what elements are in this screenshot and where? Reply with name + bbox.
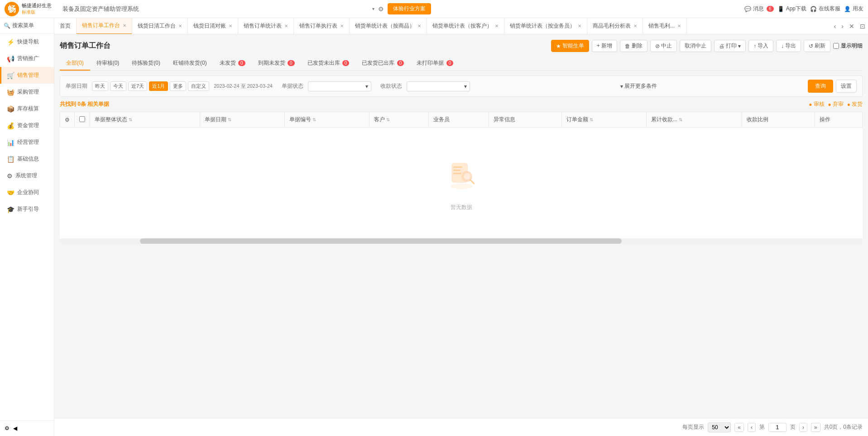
sidebar-item-inventory[interactable]: 📦 库存核算 (0, 100, 54, 117)
stop-btn[interactable]: ⊘ 中止 (650, 40, 677, 52)
tab-order-exec-close[interactable]: ✕ (340, 24, 344, 28)
tab-sales-product[interactable]: 销货单统计表（按商品） ✕ (350, 18, 427, 34)
show-detail-checkbox[interactable] (833, 43, 839, 49)
date-btn-7days[interactable]: 近7天 (128, 81, 147, 91)
date-btn-1month[interactable]: 近1月 (149, 81, 168, 91)
sidebar-item-purchase[interactable]: 🧺 采购管理 (0, 84, 54, 100)
col-checkbox[interactable] (75, 112, 90, 128)
last-page-btn[interactable]: » (811, 423, 820, 432)
online-service-btn[interactable]: 🎧 在线客服 (810, 5, 840, 13)
filter-tab-delivered-no-out[interactable]: 已发货未出库 0 (301, 57, 356, 71)
sidebar-item-system[interactable]: ⚙ 系统管理 (0, 167, 54, 184)
status-select[interactable]: ▾ (308, 81, 371, 91)
filter-tab-delivered-out[interactable]: 已发货已出库 0 (355, 57, 410, 71)
tab-order-stats[interactable]: 销售订单统计表 ✕ (238, 18, 294, 34)
tab-daily-clear-close[interactable]: ✕ (178, 24, 182, 28)
industry-btn[interactable]: 体验行业方案 (388, 3, 431, 14)
tab-sales-customer-close[interactable]: ✕ (495, 24, 499, 28)
tab-nav-next[interactable]: › (839, 18, 846, 34)
system-dropdown-arrow[interactable]: ▾ (372, 6, 374, 11)
tab-reconcile[interactable]: 钱货日清对账 ✕ (188, 18, 238, 34)
filter-tab-unprinted[interactable]: 未打印单据 0 (410, 57, 460, 71)
tab-sales-product-close[interactable]: ✕ (417, 24, 421, 28)
app-download-btn[interactable]: 📱 App下载 (777, 5, 806, 13)
set-btn[interactable]: 设置 (836, 80, 857, 93)
tab-daily-clear[interactable]: 钱货日清工作台 ✕ (132, 18, 188, 34)
sidebar-search[interactable]: 🔍 搜索菜单 (0, 18, 54, 33)
filter-tab-undelivered[interactable]: 未发货 0 (213, 57, 252, 71)
deliver-btn[interactable]: ● 发货 (847, 100, 863, 108)
page-number-input[interactable] (768, 423, 786, 432)
sidebar-item-operation[interactable]: 📊 经营管理 (0, 134, 54, 151)
col-status[interactable]: 单据整体状态 ⇅ (90, 112, 200, 128)
filter-tab-overdue[interactable]: 到期未发货 0 (252, 57, 301, 71)
sidebar-item-basic-info[interactable]: 📋 基础信息 (0, 151, 54, 167)
review-btn[interactable]: ● 审核 (809, 100, 824, 108)
msg-btn[interactable]: 💬 消息 6 (744, 5, 774, 13)
tab-expand[interactable]: ⊡ (857, 18, 868, 34)
tab-reconcile-close[interactable]: ✕ (229, 24, 232, 28)
gear-icon[interactable]: ⚙ (378, 5, 384, 13)
filter-tab-pending-review[interactable]: 待审核(0) (90, 57, 126, 71)
expand-icon: ▾ (620, 83, 623, 90)
col-number[interactable]: 单据编号 ⇅ (284, 112, 369, 128)
date-btn-yesterday[interactable]: 昨天 (92, 81, 108, 91)
import-btn[interactable]: ↑ 导入 (748, 40, 773, 52)
tab-sales-gross-close[interactable]: ✕ (677, 24, 681, 28)
print-btn[interactable]: 🖨 打印 ▾ (714, 40, 746, 52)
add-btn[interactable]: + 新增 (592, 40, 617, 52)
col-date[interactable]: 单据日期 ⇅ (200, 112, 285, 128)
tab-gross-profit-close[interactable]: ✕ (633, 24, 637, 28)
tab-nav-prev[interactable]: ‹ (831, 18, 839, 34)
horizontal-scrollbar[interactable] (60, 238, 863, 244)
date-btn-today[interactable]: 今天 (110, 81, 126, 91)
sidebar-item-new-guide[interactable]: 🎓 新手引导 (0, 201, 54, 218)
col-staff[interactable]: 业务员 (428, 112, 489, 128)
query-btn[interactable]: 查询 (808, 80, 833, 93)
cancel-stop-btn[interactable]: 取消中止 (680, 40, 711, 52)
tab-sales-order[interactable]: 销售订单工作台 ✕ (77, 18, 132, 34)
user-btn[interactable]: 👤 用友 (844, 5, 863, 13)
next-page-btn[interactable]: › (799, 423, 807, 432)
col-abnormal[interactable]: 异常信息 (489, 112, 562, 128)
sidebar-item-enterprise[interactable]: 🤝 企业协同 (0, 184, 54, 201)
expand-more-btn[interactable]: ▾ 展开更多条件 (620, 82, 657, 90)
tab-sales-order-close[interactable]: ✕ (123, 23, 126, 28)
tab-close-all[interactable]: ✕ (846, 18, 857, 34)
col-collected[interactable]: 累计收款... ⇅ (647, 112, 742, 128)
tab-sales-customer[interactable]: 销货单统计表（按客户） ✕ (427, 18, 504, 34)
show-detail-checkbox-label[interactable]: 显示明细 (833, 42, 863, 50)
cancel-review-btn[interactable]: ● 弃审 (828, 100, 844, 108)
tab-gross-profit[interactable]: 商品毛利分析表 ✕ (587, 18, 643, 34)
col-settings[interactable]: ⚙ (60, 112, 75, 128)
date-btn-more[interactable]: 更多 (170, 81, 186, 91)
date-btn-custom[interactable]: 自定义 (188, 81, 209, 91)
select-all-checkbox[interactable] (79, 116, 85, 122)
filter-tab-wangpu[interactable]: 旺铺待发货(0) (167, 57, 213, 71)
tab-order-stats-close[interactable]: ✕ (284, 24, 288, 28)
export-btn[interactable]: ↓ 导出 (776, 40, 801, 52)
col-amount[interactable]: 订单金额 ⇅ (562, 112, 647, 128)
refresh-btn[interactable]: ↺ 刷新 (804, 40, 830, 52)
tab-order-exec[interactable]: 销售订单执行表 ✕ (294, 18, 350, 34)
sidebar-item-quick-nav[interactable]: ⚡ 快捷导航 (0, 33, 54, 50)
pay-status-select[interactable]: ▾ (407, 81, 470, 91)
delete-btn[interactable]: 🗑 删除 (620, 40, 647, 52)
sidebar-item-marketing[interactable]: 📢 营销推广 (0, 50, 54, 67)
tab-sales-staff[interactable]: 销货单统计表（按业务员） ✕ (504, 18, 587, 34)
filter-tab-all[interactable]: 全部(0) (60, 57, 90, 71)
prev-page-btn[interactable]: ‹ (748, 423, 756, 432)
col-customer[interactable]: 客户 ⇅ (369, 112, 428, 128)
tab-sales-staff-close[interactable]: ✕ (578, 24, 581, 28)
page-size-select[interactable]: 10 20 50 100 (708, 422, 731, 432)
filter-tab-pending-check[interactable]: 待拣验货(0) (125, 57, 167, 71)
tab-home[interactable]: 首页 (54, 18, 77, 34)
smart-create-btn[interactable]: ★ 智能生单 (551, 40, 589, 52)
first-page-btn[interactable]: « (734, 423, 744, 432)
collapse-icon[interactable]: ◀ (13, 425, 17, 431)
sidebar-item-capital[interactable]: 💰 资金管理 (0, 117, 54, 134)
review-icon: ● (809, 101, 812, 108)
tab-sales-gross[interactable]: 销售毛利... ✕ (643, 18, 687, 34)
settings-icon[interactable]: ⚙ (5, 425, 10, 431)
sidebar-item-sales[interactable]: 🛒 销售管理 (0, 67, 54, 84)
